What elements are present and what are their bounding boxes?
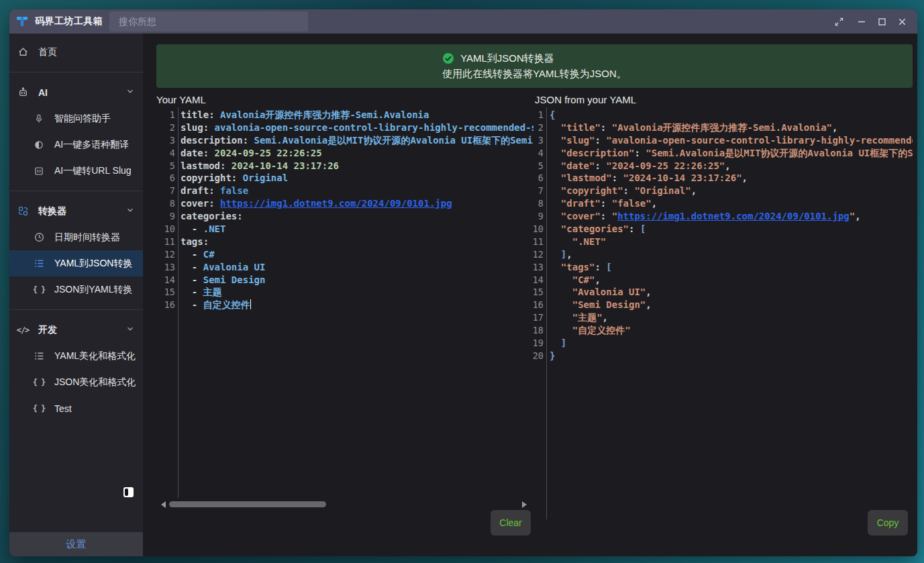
- expand-button[interactable]: [829, 9, 849, 34]
- scrollbar-track[interactable]: [169, 501, 519, 507]
- code-line: slug: avalonia-open-source-control-libra…: [181, 121, 533, 134]
- sidebar-item-label: AI: [38, 87, 48, 98]
- code-line: ],: [550, 248, 913, 261]
- sidebar-item-url-slug[interactable]: AI一键转URL Slug: [9, 158, 143, 184]
- code-line: title: Avalonia开源控件库强力推荐-Semi.Avalonia: [181, 109, 533, 121]
- scroll-right-arrow-icon[interactable]: [522, 501, 527, 508]
- line-number: 4: [532, 147, 544, 160]
- code-line: "Avalonia UI",: [550, 286, 913, 299]
- code-line: - C#: [181, 248, 533, 261]
- line-number: 2: [156, 121, 175, 134]
- yaml-code[interactable]: title: Avalonia开源控件库强力推荐-Semi.Avaloniasl…: [178, 107, 533, 498]
- sidebar-item-home[interactable]: 首页: [9, 39, 143, 65]
- code-line: copyright: Original: [181, 172, 533, 185]
- code-line: "cover": "https://img1.dotnet9.com/2024/…: [550, 210, 913, 223]
- sidebar-item-label: AI一键多语种翻译: [54, 139, 129, 151]
- sidebar-item-braces[interactable]: { }JSON美化和格式化: [9, 369, 143, 395]
- code-line: "date": "2024-09-25 22:26:25",: [550, 160, 913, 172]
- yaml-gutter: 12345678910111213141516: [156, 107, 178, 498]
- url-link: https://img1.dotnet9.com/2024/09/0101.jp…: [220, 198, 452, 209]
- close-icon: [897, 17, 907, 27]
- code-line: "draft": "false",: [550, 197, 913, 210]
- sidebar-item-microphone[interactable]: 智能问答助手: [9, 105, 143, 132]
- line-number: 11: [156, 236, 175, 248]
- translate-icon: [33, 139, 45, 151]
- result-banner: YAML到JSON转换器 使用此在线转换器将YAML转换为JSON。: [156, 44, 913, 88]
- code-line: - Avalonia UI: [181, 261, 533, 274]
- scroll-left-arrow-icon[interactable]: [161, 501, 166, 508]
- json-editor[interactable]: 1234567891011121314151617181920 { "title…: [532, 107, 913, 519]
- clear-button[interactable]: Clear: [491, 510, 531, 535]
- code-line: {: [550, 109, 913, 121]
- sidebar-group-code[interactable]: </>开发: [9, 317, 143, 343]
- sidebar-item-clock[interactable]: 日期时间转换器: [9, 224, 143, 250]
- sidebar-footer: 设置: [9, 532, 143, 556]
- code-line: - 自定义控件: [181, 299, 533, 311]
- code-line: date: 2024-09-25 22:26:25: [181, 147, 533, 160]
- line-number: 6: [156, 172, 175, 185]
- line-number: 7: [156, 185, 175, 197]
- url-slug-icon: [33, 165, 45, 177]
- robot-icon: [17, 87, 29, 99]
- sidebar-item-translate[interactable]: AI一键多语种翻译: [9, 132, 143, 158]
- line-number: 5: [156, 160, 175, 172]
- chevron-down-icon: [125, 205, 135, 217]
- sidebar-collapse-icon[interactable]: [123, 487, 134, 497]
- chevron-down-icon: [125, 324, 135, 336]
- line-number: 17: [532, 311, 544, 324]
- yaml-editor[interactable]: 12345678910111213141516 title: Avalonia开…: [156, 107, 533, 498]
- line-number: 3: [156, 134, 175, 147]
- line-number: 8: [156, 197, 175, 210]
- clock-icon: [33, 232, 45, 244]
- line-number: 1: [532, 109, 544, 121]
- minimize-button[interactable]: [852, 9, 872, 34]
- banner-title: YAML到JSON转换器: [460, 52, 554, 65]
- close-button[interactable]: [892, 9, 912, 34]
- line-number: 13: [532, 261, 544, 274]
- list-icon: [33, 258, 45, 270]
- sidebar-item-label: JSON到YAML转换: [54, 284, 132, 296]
- sidebar-item-label: YAML到JSON转换: [54, 258, 132, 270]
- code-line: tags:: [181, 236, 533, 248]
- code-line: "主题",: [550, 311, 913, 324]
- app-title: 码界工坊工具箱: [35, 15, 103, 28]
- line-number: 12: [532, 248, 544, 261]
- maximize-button[interactable]: [872, 9, 892, 34]
- sidebar-item-label: 转换器: [38, 205, 66, 217]
- maximize-icon: [877, 17, 887, 27]
- sidebar-item-braces[interactable]: { }Test: [9, 395, 143, 421]
- code-line: "slug": "avalonia-open-source-control-li…: [550, 134, 913, 147]
- sidebar-group-robot[interactable]: AI: [9, 79, 143, 105]
- code-line: "C#",: [550, 274, 913, 287]
- code-line: lastmod: 2024-10-14 23:17:26: [181, 160, 533, 172]
- sidebar-group-transform[interactable]: 转换器: [9, 198, 143, 224]
- settings-link[interactable]: 设置: [66, 538, 87, 551]
- line-number: 16: [532, 299, 544, 311]
- list-icon: [33, 350, 45, 362]
- sidebar-item-label: AI一键转URL Slug: [54, 165, 132, 177]
- json-code[interactable]: { "title": "Avalonia开源控件库强力推荐-Semi.Avalo…: [547, 107, 913, 519]
- chevron-down-icon: [125, 87, 135, 98]
- json-gutter: 1234567891011121314151617181920: [532, 107, 547, 519]
- code-line: "lastmod": "2024-10-14 23:17:26",: [550, 172, 913, 185]
- microphone-icon: [33, 113, 45, 125]
- code-line: categories:: [181, 210, 533, 223]
- code-line: ]: [550, 337, 913, 350]
- braces-icon: { }: [33, 284, 45, 296]
- line-number: 19: [532, 337, 544, 350]
- line-number: 8: [532, 197, 544, 210]
- copy-button[interactable]: Copy: [868, 510, 908, 535]
- braces-icon: { }: [33, 376, 45, 389]
- scrollbar-thumb[interactable]: [169, 501, 326, 507]
- sidebar-item-label: 首页: [38, 46, 57, 58]
- search-input[interactable]: [109, 11, 308, 32]
- code-line: cover: https://img1.dotnet9.com/2024/09/…: [181, 197, 533, 210]
- line-number: 14: [532, 274, 544, 287]
- sidebar-item-list[interactable]: YAML美化和格式化: [9, 343, 143, 369]
- sidebar-item-braces[interactable]: { }JSON到YAML转换: [9, 276, 143, 303]
- code-line: "title": "Avalonia开源控件库强力推荐-Semi.Avaloni…: [550, 121, 913, 134]
- sidebar-item-list[interactable]: YAML到JSON转换: [9, 250, 143, 276]
- check-circle-icon: [442, 52, 454, 64]
- sidebar-divider: [9, 65, 143, 79]
- yaml-horizontal-scrollbar[interactable]: [161, 500, 527, 509]
